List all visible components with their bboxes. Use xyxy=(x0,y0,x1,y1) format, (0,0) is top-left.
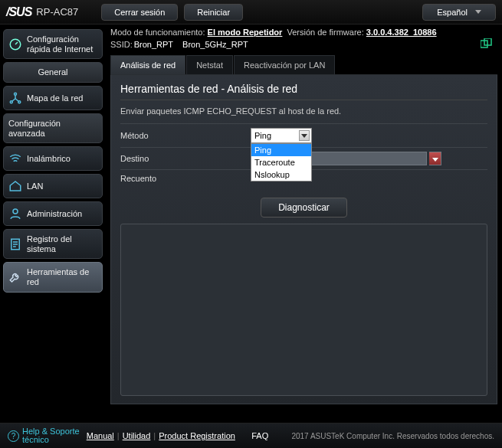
svg-point-4 xyxy=(13,209,18,214)
nav-label: Herramientas de red xyxy=(27,267,97,286)
ssid-24: Bron_RPT xyxy=(134,40,173,49)
target-label: Destino xyxy=(120,154,251,163)
nav-label: Inalámbrico xyxy=(27,154,71,164)
log-icon xyxy=(8,237,22,251)
nav-lan[interactable]: LAN xyxy=(3,174,103,198)
tabs: Análisis de red Netstat Reactivación por… xyxy=(110,55,497,75)
mode-link[interactable]: El modo Repetidor xyxy=(208,28,283,37)
nav-admin[interactable]: Administración xyxy=(3,201,103,226)
tools-icon xyxy=(8,270,22,284)
firmware-link[interactable]: 3.0.0.4.382_10886 xyxy=(366,28,437,37)
product-reg-link[interactable]: Product Registration xyxy=(159,431,235,440)
utility-link[interactable]: Utilidad xyxy=(123,431,151,440)
footer: ? Help & Soportetécnico Manual| Utilidad… xyxy=(0,423,502,448)
wifi-icon xyxy=(8,152,22,165)
nav-network-map[interactable]: Mapa de la red xyxy=(3,86,103,110)
user-icon xyxy=(8,207,22,221)
method-value: Ping xyxy=(254,131,271,140)
nav-section-advanced: Configuración avanzada xyxy=(3,113,103,143)
nav-network-tools[interactable]: Herramientas de red xyxy=(3,262,103,292)
ssid-info: SSID: Bron_RPT Bron_5GHz_RPT xyxy=(110,38,497,51)
output-box xyxy=(120,224,487,396)
diagnose-button[interactable]: Diagnosticar xyxy=(261,198,347,217)
method-option-ping[interactable]: Ping xyxy=(251,144,311,156)
network-icon xyxy=(8,91,22,105)
nav-syslog[interactable]: Registro del sistema xyxy=(3,229,103,259)
gauge-icon xyxy=(8,38,22,51)
sidebar: Configuración rápida de Internet General… xyxy=(0,25,106,423)
tab-netstat[interactable]: Netstat xyxy=(186,55,233,74)
nav-label: General xyxy=(38,67,67,77)
svg-point-1 xyxy=(15,93,17,95)
count-label: Recuento xyxy=(120,174,251,183)
tab-wol[interactable]: Reactivación por LAN xyxy=(234,55,335,74)
multi-ssid-icon[interactable] xyxy=(481,38,493,51)
nav-label: Registro del sistema xyxy=(27,234,97,253)
nav-label: Mapa de la red xyxy=(27,93,83,103)
language-selector[interactable]: Español xyxy=(422,4,496,21)
nav-label: Administración xyxy=(27,209,82,219)
top-bar: /SUS RP-AC87 Cerrar sesión Reiniciar Esp… xyxy=(0,0,502,25)
panel-title: Herramientas de red - Análisis de red xyxy=(120,83,487,95)
method-select[interactable]: Ping xyxy=(251,128,312,143)
method-option-nslookup[interactable]: Nslookup xyxy=(251,168,311,181)
chevron-down-icon xyxy=(475,10,481,14)
nav-label: LAN xyxy=(27,181,43,191)
house-icon xyxy=(8,179,22,193)
method-option-traceroute[interactable]: Traceroute xyxy=(251,156,311,168)
brand-logo: /SUS xyxy=(6,5,31,19)
panel: Herramientas de red - Análisis de red En… xyxy=(110,75,497,404)
faq-link[interactable]: FAQ xyxy=(251,431,268,440)
ssid-5: Bron_5GHz_RPT xyxy=(182,40,248,49)
method-dropdown: Ping Traceroute Nslookup xyxy=(251,143,312,181)
logout-button[interactable]: Cerrar sesión xyxy=(101,4,178,21)
nav-wireless[interactable]: Inalámbrico xyxy=(3,146,103,171)
help-support-link[interactable]: Help & Soportetécnico xyxy=(22,427,80,444)
language-label: Español xyxy=(437,8,468,17)
content-area: Modo de funcionamiento: El modo Repetido… xyxy=(106,25,502,423)
copyright: 2017 ASUSTeK Computer Inc. Reservados to… xyxy=(291,432,494,440)
tab-analysis[interactable]: Análisis de red xyxy=(110,55,185,74)
reboot-button[interactable]: Reiniciar xyxy=(184,4,243,21)
nav-section-general: General xyxy=(3,62,103,83)
chevron-down-icon xyxy=(299,130,310,141)
method-label: Método xyxy=(120,131,251,140)
help-icon[interactable]: ? xyxy=(8,430,19,442)
nav-label: Configuración rápida de Internet xyxy=(27,34,97,54)
target-dropdown-button[interactable] xyxy=(429,152,441,165)
mode-info: Modo de funcionamiento: El modo Repetido… xyxy=(110,28,497,37)
nav-label: Configuración avanzada xyxy=(8,119,97,138)
manual-link[interactable]: Manual xyxy=(87,431,114,440)
model-label: RP-AC87 xyxy=(36,6,78,18)
nav-quick-setup[interactable]: Configuración rápida de Internet xyxy=(3,29,103,59)
panel-desc: Enviar paquetes ICMP ECHO_REQUEST al hos… xyxy=(120,106,487,116)
